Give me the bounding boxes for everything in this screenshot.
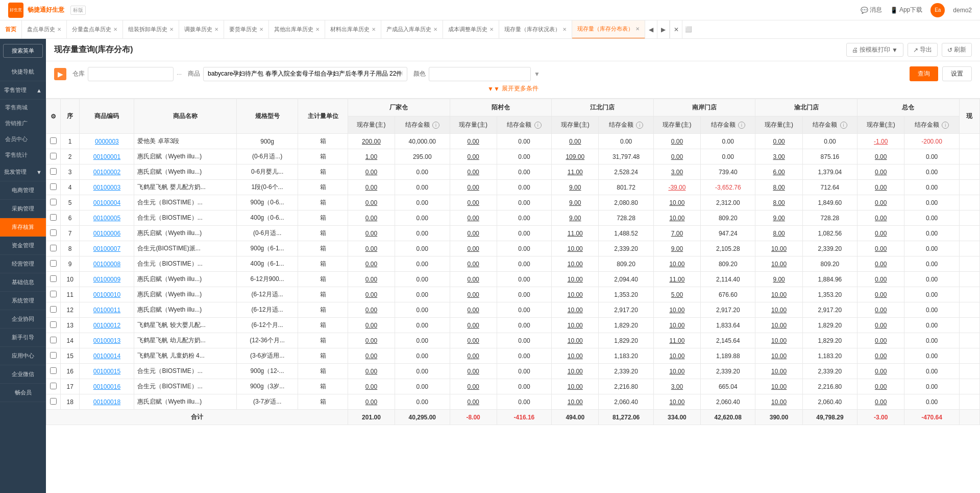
sidebar-item-inventory[interactable]: 库存核算 <box>0 218 46 237</box>
sidebar-item-enterprise[interactable]: 企业协同 <box>0 310 46 328</box>
tab-close-stock-status[interactable]: ✕ <box>562 27 567 32</box>
row-code[interactable]: 00100002 <box>80 165 134 180</box>
tab-next-btn[interactable]: ▶ <box>657 20 670 39</box>
row-qty-4[interactable]: 10.00 <box>755 287 802 302</box>
row-checkbox[interactable] <box>46 195 61 210</box>
tab-close-stock-count[interactable]: ✕ <box>57 27 61 32</box>
tab-close-transfer[interactable]: ✕ <box>214 27 218 32</box>
row-qty-0[interactable]: 0.00 <box>348 379 395 394</box>
row-qty-4[interactable]: 10.00 <box>755 333 802 348</box>
row-qty-1[interactable]: 0.00 <box>450 134 497 149</box>
sidebar-item-system[interactable]: 系统管理 <box>0 292 46 310</box>
tab-cost-adjust[interactable]: 成本调整单历史 ✕ <box>443 20 499 39</box>
row-qty-5[interactable]: 0.00 <box>857 318 904 333</box>
row-qty-3[interactable]: 10.00 <box>653 348 700 364</box>
row-qty-1[interactable]: 0.00 <box>450 195 497 210</box>
tab-other-out[interactable]: 其他出库单历史 ✕ <box>269 20 325 39</box>
row-checkbox[interactable] <box>46 149 61 165</box>
row-qty-4[interactable]: 8.00 <box>755 226 802 241</box>
row-qty-4[interactable]: 10.00 <box>755 394 802 410</box>
row-qty-3[interactable]: 10.00 <box>653 256 700 272</box>
row-checkbox[interactable] <box>46 379 61 394</box>
sidebar-item-operation[interactable]: 经营管理 <box>0 255 46 273</box>
row-qty-1[interactable]: 0.00 <box>450 364 497 379</box>
row-code[interactable]: 00100013 <box>80 333 134 348</box>
tab-transfer[interactable]: 调拨单历史 ✕ <box>179 20 224 39</box>
row-qty-1[interactable]: 0.00 <box>450 256 497 272</box>
row-qty-1[interactable]: 0.00 <box>450 394 497 410</box>
refresh-btn[interactable]: ↺ 刷新 <box>942 43 972 57</box>
row-checkbox[interactable] <box>46 165 61 180</box>
sidebar-item-marketing[interactable]: 营销推广 <box>0 115 46 131</box>
warehouse-input[interactable] <box>88 67 174 81</box>
row-qty-0[interactable]: 0.00 <box>348 287 395 302</box>
row-qty-5[interactable]: 0.00 <box>857 364 904 379</box>
filter-collapse-btn[interactable]: ▶ <box>54 68 66 80</box>
row-code[interactable]: 00100001 <box>80 149 134 165</box>
row-qty-3[interactable]: 3.00 <box>653 379 700 394</box>
tab-close-material-out[interactable]: ✕ <box>372 27 376 32</box>
row-qty-2[interactable]: 10.00 <box>552 364 599 379</box>
goods-input[interactable] <box>203 67 407 81</box>
row-checkbox[interactable] <box>46 364 61 379</box>
row-qty-4[interactable]: 10.00 <box>755 348 802 364</box>
sidebar-item-retail-stats[interactable]: 零售统计 <box>0 147 46 163</box>
row-qty-3[interactable]: 10.00 <box>653 364 700 379</box>
row-code[interactable]: 00100012 <box>80 318 134 333</box>
sidebar-item-fan[interactable]: 畅会员 <box>0 384 46 402</box>
row-qty-0[interactable]: 0.00 <box>348 256 395 272</box>
row-checkbox[interactable] <box>46 318 61 333</box>
tab-prev-btn[interactable]: ◀ <box>645 20 657 39</box>
row-qty-0[interactable]: 0.00 <box>348 348 395 364</box>
search-btn[interactable]: 搜索英单 <box>3 44 43 58</box>
settings-btn[interactable]: 设置 <box>942 66 972 81</box>
row-qty-0[interactable]: 0.00 <box>348 180 395 195</box>
row-qty-2[interactable]: 10.00 <box>552 287 599 302</box>
row-qty-2[interactable]: 11.00 <box>552 165 599 180</box>
row-qty-4[interactable]: 9.00 <box>755 272 802 287</box>
row-qty-4[interactable]: 8.00 <box>755 180 802 195</box>
export-btn[interactable]: ↗ 导出 <box>908 43 938 57</box>
row-qty-3[interactable]: 0.00 <box>653 134 700 149</box>
row-qty-5[interactable]: 0.00 <box>857 302 904 318</box>
sidebar-item-quick-nav[interactable]: 快捷导航 <box>0 63 46 81</box>
row-qty-5[interactable]: 0.00 <box>857 256 904 272</box>
row-qty-4[interactable]: 10.00 <box>755 364 802 379</box>
row-checkbox[interactable] <box>46 394 61 410</box>
sidebar-item-guide[interactable]: 新手引导 <box>0 328 46 347</box>
row-code[interactable]: 00100014 <box>80 348 134 364</box>
row-qty-3[interactable]: 10.00 <box>653 302 700 318</box>
row-qty-1[interactable]: 0.00 <box>450 210 497 226</box>
username[interactable]: demo2 <box>953 7 972 14</box>
tab-stock-dist[interactable]: 现存量（库存分布表） ✕ <box>572 20 645 39</box>
row-qty-4[interactable]: 10.00 <box>755 241 802 256</box>
row-qty-3[interactable]: -39.00 <box>653 180 700 195</box>
tab-home[interactable]: 首页 <box>0 20 22 39</box>
row-qty-0[interactable]: 0.00 <box>348 302 395 318</box>
row-qty-3[interactable]: 7.00 <box>653 226 700 241</box>
row-qty-3[interactable]: 5.00 <box>653 287 700 302</box>
row-qty-5[interactable]: 0.00 <box>857 241 904 256</box>
row-qty-5[interactable]: 0.00 <box>857 348 904 364</box>
row-qty-3[interactable]: 9.00 <box>653 241 700 256</box>
row-qty-1[interactable]: 0.00 <box>450 241 497 256</box>
row-qty-5[interactable]: 0.00 <box>857 210 904 226</box>
row-qty-2[interactable]: 109.00 <box>552 149 599 165</box>
row-qty-5[interactable]: -1.00 <box>857 134 904 149</box>
row-code[interactable]: 00100011 <box>80 302 134 318</box>
row-qty-4[interactable]: 8.00 <box>755 195 802 210</box>
gear-header[interactable]: ⚙ <box>46 99 61 134</box>
tab-stock-count[interactable]: 盘点单历史 ✕ <box>22 20 67 39</box>
sidebar-item-retail-store[interactable]: 零售商城 <box>0 100 46 115</box>
row-qty-1[interactable]: 0.00 <box>450 333 497 348</box>
row-qty-5[interactable]: 0.00 <box>857 195 904 210</box>
row-qty-0[interactable]: 1.00 <box>348 149 395 165</box>
row-qty-3[interactable]: 0.00 <box>653 149 700 165</box>
tab-stock-status[interactable]: 现存量（库存状况表） ✕ <box>499 20 572 39</box>
row-qty-1[interactable]: 0.00 <box>450 272 497 287</box>
row-qty-0[interactable]: 0.00 <box>348 226 395 241</box>
jiangbei-amount-info[interactable]: i <box>636 122 643 129</box>
tab-close-branch-stock[interactable]: ✕ <box>113 27 117 32</box>
row-qty-0[interactable]: 0.00 <box>348 272 395 287</box>
tab-close-stock-dist[interactable]: ✕ <box>635 26 640 32</box>
